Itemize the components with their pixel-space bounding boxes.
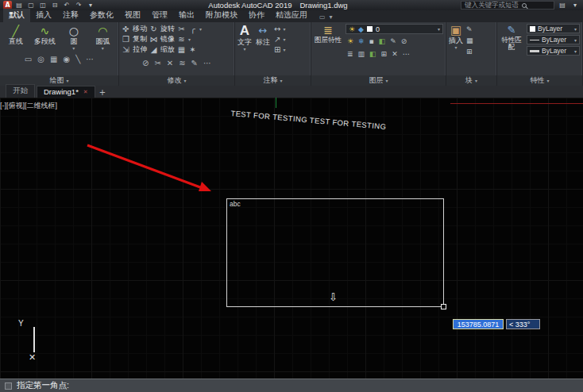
object-color-select[interactable]: ByLayer ▾ [527, 24, 580, 33]
ellipse-tool-icon[interactable]: ◎ [37, 55, 44, 63]
more-draw-tools-icon[interactable]: ⋯ [86, 55, 94, 63]
minimize-ribbon-icon[interactable]: ▭ [319, 13, 326, 21]
scale-button[interactable]: ◢ 缩放 [149, 44, 175, 55]
create-block-icon[interactable]: ▦ [466, 37, 473, 46]
arc-button[interactable]: ◠ 圆弧 ▾ [91, 25, 116, 51]
more-layer-tools-icon[interactable]: ⋯ [403, 50, 410, 58]
arc-dropdown-icon[interactable]: ▾ [102, 45, 104, 51]
tab-annotate[interactable]: 注释 [57, 9, 84, 22]
tab-parametric[interactable]: 参数化 [84, 9, 119, 22]
start-tab[interactable]: 开始 [6, 84, 35, 98]
insert-dropdown-icon[interactable]: ▾ [454, 44, 457, 50]
color-dropdown-icon[interactable]: ▾ [574, 26, 577, 32]
offset-small-icon[interactable]: ≋ [179, 59, 185, 67]
fillet-button[interactable]: ╭ [188, 25, 197, 33]
trim-small-icon[interactable]: ✂ [154, 59, 160, 67]
new-drawing-tab-button[interactable]: + [99, 88, 106, 98]
linetype-select[interactable]: ByLayer ▾ [527, 35, 580, 44]
copy-button[interactable]: ❐ 复制 [122, 34, 147, 44]
drawing1-tab[interactable]: Drawing1* ✕ [37, 86, 95, 98]
layer-freeze-tool-icon[interactable]: ❄ [358, 37, 365, 45]
block-panel-label[interactable]: 块 ▾ [446, 75, 496, 86]
offset-button[interactable]: ≋ [177, 35, 186, 44]
tab-view[interactable]: 视图 [119, 9, 146, 22]
explode-button[interactable]: ✶ [188, 45, 197, 54]
rotate-button[interactable]: ↻ 旋转 [149, 24, 175, 34]
layer-state-icon[interactable]: ≣ [347, 50, 353, 58]
edit-tool-icon[interactable]: ✎ [191, 59, 198, 67]
modify-panel-label[interactable]: 修改 ▾ [119, 75, 234, 86]
dimension-button[interactable]: ↔ 标注 [256, 24, 270, 55]
circle-button[interactable]: ○ 圆 ▾ [61, 25, 87, 51]
layers-panel-label[interactable]: 图层 ▾ [311, 75, 446, 86]
array-button[interactable]: ▦ [177, 45, 186, 54]
lineweight-dropdown-icon[interactable]: ▾ [574, 48, 577, 54]
text-button[interactable]: A 文字 ▾ [237, 24, 252, 55]
search-input[interactable]: 键入关键字或短语 [461, 1, 554, 10]
command-line[interactable]: 指定第一角点: [0, 379, 583, 392]
layer-off-icon[interactable]: ☀ [347, 37, 353, 45]
line-button[interactable]: ╱ 直线 [3, 25, 29, 51]
draw-panel-expand-icon[interactable]: ▾ [66, 78, 68, 83]
tab-home[interactable]: 默认 [3, 9, 30, 22]
mirror-button[interactable]: ⋈ 镜像 [149, 34, 175, 44]
stretch-button[interactable]: ⇲ 拉伸 [122, 44, 147, 55]
layer-walk-icon[interactable]: ▥ [358, 50, 365, 58]
layer-off-tool-icon[interactable]: ⊘ [401, 37, 407, 45]
leader-icon[interactable]: ↗ [274, 35, 280, 44]
tab-collaborate[interactable]: 协作 [243, 9, 270, 22]
layer-properties-button[interactable]: ≣ 图层特性 [314, 24, 342, 60]
modify-panel-expand-icon[interactable]: ▾ [183, 78, 186, 83]
move-button[interactable]: ✜ 移动 [122, 24, 147, 34]
match-properties-button[interactable]: ✎ 特性匹配 [500, 24, 523, 56]
text-dropdown-icon[interactable]: ▾ [243, 46, 245, 52]
layer-isolate-icon[interactable]: ◧ [379, 37, 386, 45]
layer-select-dropdown-icon[interactable]: ▾ [438, 26, 440, 32]
linetype-dropdown-icon[interactable]: ▾ [574, 37, 577, 43]
properties-panel-expand-icon[interactable]: ▾ [546, 78, 549, 83]
properties-panel-label[interactable]: 特性 ▾ [497, 75, 582, 86]
annotation-panel-expand-icon[interactable]: ▾ [280, 78, 282, 83]
fillet-dropdown-icon[interactable]: ▾ [188, 37, 191, 42]
leader-dropdown-icon[interactable]: ▾ [283, 37, 285, 42]
apps-icon[interactable]: ▤ [558, 1, 567, 10]
polyline-button[interactable]: ∿ 多段线 [33, 25, 58, 51]
block-panel-expand-icon[interactable]: ▾ [475, 78, 477, 83]
search-icon[interactable] [522, 3, 527, 8]
tab-featured-apps[interactable]: 精选应用 [270, 9, 313, 22]
drawing-canvas[interactable]: [-][俯视][二维线框] TEST FOR TESTING TEST FOR … [0, 98, 583, 379]
annotation-panel-label[interactable]: 注释 ▾ [235, 75, 311, 86]
lineweight-select[interactable]: ByLayer ▾ [527, 46, 580, 56]
linear-dim-icon[interactable]: ↔ [274, 25, 280, 33]
tab-insert[interactable]: 插入 [30, 9, 57, 22]
close-tab-icon[interactable]: ✕ [83, 89, 88, 95]
layer-match-icon[interactable]: ✎ [390, 37, 396, 45]
erase-tool-icon[interactable]: ⊘ [142, 59, 149, 67]
ribbon-options-icon[interactable]: ▾ [330, 13, 333, 21]
tab-output[interactable]: 输出 [173, 9, 200, 22]
insert-block-button[interactable]: ▣ 插入 ▾ [449, 24, 463, 57]
trim-button[interactable]: ✂ [177, 25, 186, 33]
layer-lock-icon[interactable]: ▪ [369, 37, 374, 45]
xline-tool-icon[interactable]: ╲ [75, 55, 80, 63]
rectangle-tool-icon[interactable]: ▭ [25, 55, 32, 63]
tab-manage[interactable]: 管理 [146, 9, 173, 22]
layers-panel-expand-icon[interactable]: ▾ [385, 78, 388, 83]
trim-dropdown-icon[interactable]: ▾ [199, 26, 202, 32]
titlebar-dropdown-icon[interactable]: ▾ [570, 1, 580, 10]
donut-tool-icon[interactable]: ◉ [63, 55, 70, 63]
hatch-tool-icon[interactable]: ▦ [50, 55, 57, 63]
edit-block-icon[interactable]: ✎ [466, 25, 473, 35]
linear-dim-dropdown-icon[interactable]: ▾ [283, 26, 285, 32]
layer-merge-icon[interactable]: ◧ [369, 50, 376, 58]
command-customize-icon[interactable] [5, 382, 12, 390]
circle-dropdown-icon[interactable]: ▾ [72, 45, 75, 51]
dynamic-input-value[interactable]: 153785.0871 [453, 319, 504, 329]
layer-select[interactable]: ☀ ◆ 0 ▾ [346, 24, 443, 34]
layer-delete-icon[interactable]: ✕ [392, 50, 398, 58]
table-icon[interactable]: ⊞ [274, 45, 280, 54]
layer-copy-icon[interactable]: ⊞ [381, 50, 388, 58]
tab-addins[interactable]: 附加模块 [200, 9, 243, 22]
block-attributes-icon[interactable]: ⊞ [466, 48, 473, 57]
more-modify-tools-icon[interactable]: ⋯ [203, 59, 211, 67]
